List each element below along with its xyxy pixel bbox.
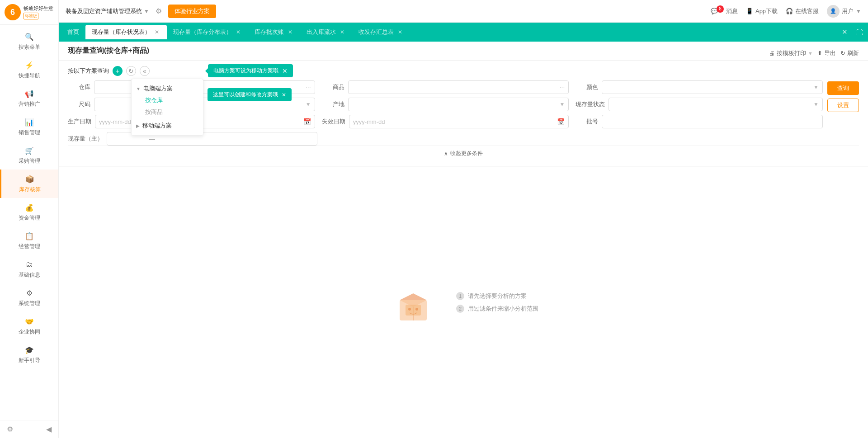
tree-toggle-icon: ▼ (136, 86, 141, 91)
product-input[interactable]: ··· (348, 80, 569, 94)
tab-inout[interactable]: 出入库流水 ✕ (300, 25, 352, 39)
inv-status-arrow-icon: ▼ (813, 101, 819, 108)
filter-refresh-btn[interactable]: ↻ (126, 66, 136, 76)
tab-close-inventory-status[interactable]: ✕ (153, 28, 160, 36)
message-label: 消息 (726, 7, 738, 15)
range-dash: — (149, 136, 155, 142)
user-dropdown-icon: ▼ (856, 8, 861, 14)
origin-arrow-icon: ▼ (559, 101, 565, 108)
export-icon: ⬆ (817, 50, 822, 57)
product-field: 商品 ··· (322, 80, 569, 94)
refresh-button[interactable]: ↻ 刷新 (840, 49, 859, 57)
empty-illustration (388, 278, 438, 327)
basic-icon: 🗂 (24, 259, 34, 269)
edit-scheme-tooltip: 这里可以创建和修改方案哦 ✕ (208, 88, 292, 101)
topbar: 装备及固定资产辅助管理系统 ▼ ⚙ 体验行业方案 💬 8 消息 📱 App下载 … (59, 0, 868, 23)
print-button[interactable]: 🖨 按模板打印 ▼ (769, 49, 813, 57)
sidebar: 6 畅通好好生意 标准版 🔍 搜索菜单 ⚡ 快捷导航 📢 营销推广 📊 销售管理… (0, 0, 59, 438)
batch-input[interactable] (602, 115, 823, 128)
mobile-tree-toggle-icon: ▶ (136, 123, 140, 128)
product-dots-icon: ··· (560, 84, 565, 91)
topbar-right: 💬 8 消息 📱 App下载 🎧 在线客服 👤 用户 ▼ (711, 5, 861, 18)
desktop-child-item-2[interactable]: 按商品 (141, 106, 203, 118)
tab-close-collect[interactable]: ✕ (396, 28, 404, 36)
desktop-scheme-item[interactable]: ▼ 电脑端方案 (132, 83, 203, 94)
export-button[interactable]: ⬆ 导出 (817, 49, 836, 57)
tab-collect[interactable]: 收发存汇总表 ✕ (352, 25, 410, 39)
filter-collapse-btn[interactable]: « (140, 66, 150, 76)
expiry-date-label: 失效日期 (322, 118, 345, 126)
chevron-up-icon: ∧ (444, 151, 448, 157)
sidebar-item-inventory[interactable]: 📦 库存核算 (0, 170, 58, 198)
filter-add-btn[interactable]: + (113, 66, 123, 76)
sidebar-item-search[interactable]: 🔍 搜索菜单 (0, 27, 58, 56)
topbar-left: 装备及固定资产辅助管理系统 ▼ ⚙ 体验行业方案 (66, 5, 216, 18)
color-select[interactable]: ▼ (602, 80, 823, 94)
content-area: 现存量查询(按仓库+商品) 🖨 按模板打印 ▼ ⬆ 导出 ↻ 刷新 (59, 42, 868, 438)
reset-button[interactable]: 设置 (827, 99, 859, 112)
tab-close-inout[interactable]: ✕ (339, 28, 346, 36)
qty-to-input[interactable] (157, 136, 193, 142)
origin-select[interactable]: ▼ (348, 98, 569, 111)
message-badge: 8 (717, 5, 724, 13)
logo-icon: 6 (5, 4, 21, 20)
footer-settings-icon[interactable]: ⚙ (7, 425, 13, 433)
tab-close-inventory-dist[interactable]: ✕ (235, 28, 242, 36)
tip1-text: 请先选择要分析的方案 (468, 292, 527, 300)
sidebar-item-system[interactable]: ⚙ 系统管理 (0, 283, 58, 312)
edit-scheme-tooltip-close[interactable]: ✕ (282, 92, 286, 98)
color-arrow-icon: ▼ (813, 84, 819, 90)
tab-close-batch-account[interactable]: ✕ (287, 28, 294, 36)
sidebar-item-quick[interactable]: ⚡ 快捷导航 (0, 56, 58, 84)
production-date-input[interactable]: yyyy-mm-dd 📅 (95, 115, 315, 128)
sidebar-item-operation[interactable]: 📋 经营管理 (0, 226, 58, 255)
user-label: 用户 (842, 7, 854, 15)
search-icon: 🔍 (24, 32, 34, 42)
tab-close-all-btn[interactable]: ✕ (838, 26, 851, 38)
mobile-scheme-item[interactable]: ▶ 移动端方案 (132, 120, 203, 132)
tab-home[interactable]: 首页 (61, 25, 85, 39)
batch-label: 批号 (576, 118, 598, 126)
color-field: 颜色 ▼ (576, 80, 823, 94)
qty-from-input[interactable] (111, 136, 147, 142)
query-reset-group: 查询 设置 (827, 80, 859, 146)
desktop-child-item-1[interactable]: 按仓库 (141, 94, 203, 106)
sidebar-item-label: 搜索菜单 (19, 43, 40, 51)
inventory-qty-label: 现存量（主） (68, 135, 103, 143)
sidebar-item-purchase[interactable]: 🛒 采购管理 (0, 141, 58, 170)
sidebar-item-enterprise[interactable]: 🤝 企业协同 (0, 312, 58, 340)
sidebar-item-sales[interactable]: 📊 销售管理 (0, 113, 58, 141)
expiry-date-input[interactable]: yyyy-mm-dd 📅 (349, 115, 569, 128)
message-group[interactable]: 💬 8 消息 (711, 7, 738, 15)
tip1-num: 1 (456, 292, 464, 300)
collapse-label: 收起更多条件 (450, 150, 483, 157)
purchase-icon: 🛒 (24, 146, 34, 155)
query-button[interactable]: 查询 (827, 81, 859, 95)
empty-tip-2: 2 用过滤条件来缩小分析范围 (456, 305, 538, 313)
sidebar-item-basic[interactable]: 🗂 基础信息 (0, 255, 58, 283)
dropdown-arrow-icon: ▼ (144, 8, 149, 14)
svg-point-3 (408, 308, 411, 311)
system-name-dropdown[interactable]: 装备及固定资产辅助管理系统 ▼ (66, 7, 149, 15)
inventory-icon: 📦 (25, 174, 35, 184)
color-label: 颜色 (576, 83, 598, 91)
tab-inventory-status[interactable]: 现存量（库存状况表） ✕ (85, 25, 167, 39)
user-group[interactable]: 👤 用户 ▼ (827, 5, 861, 18)
sidebar-item-newbie[interactable]: 🎓 新手引导 (0, 340, 58, 369)
phone-icon: 📱 (746, 8, 753, 14)
scheme-tooltip-close[interactable]: ✕ (282, 67, 288, 75)
sidebar-item-marketing[interactable]: 📢 营销推广 (0, 84, 58, 113)
tab-fullscreen-btn[interactable]: ⛶ (853, 26, 866, 38)
app-download-group[interactable]: 📱 App下载 (746, 7, 778, 15)
svg-point-4 (415, 308, 418, 311)
collapse-conditions-btn[interactable]: ∧ 收起更多条件 (68, 146, 859, 161)
footer-collapse-icon[interactable]: ◀ (46, 425, 52, 433)
scheme-tooltip-text: 电脑方案可设为移动方案哦 (213, 67, 278, 75)
sidebar-item-finance[interactable]: 💰 资金管理 (0, 198, 58, 226)
tab-batch-account[interactable]: 库存批次账 ✕ (248, 25, 300, 39)
inventory-status-select[interactable]: ▼ (609, 98, 823, 111)
online-service-group[interactable]: 🎧 在线客服 (786, 7, 819, 15)
tab-inventory-dist[interactable]: 现存量（库存分布表） ✕ (167, 25, 248, 39)
industry-button[interactable]: 体验行业方案 (168, 5, 216, 18)
settings-gear-icon[interactable]: ⚙ (154, 5, 164, 17)
